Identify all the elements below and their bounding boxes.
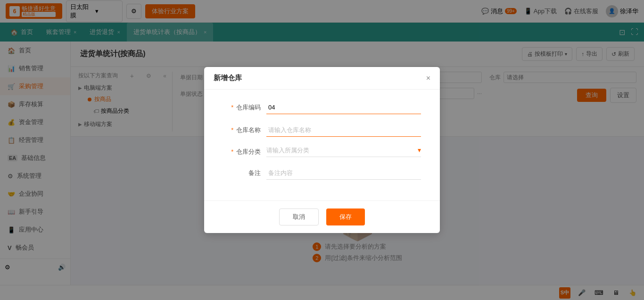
code-label: * 仓库编码 (223, 103, 261, 112)
category-arrow-icon: ▾ (418, 146, 421, 154)
code-input[interactable] (266, 101, 421, 114)
category-select-wrapper: ▾ (266, 146, 421, 157)
category-required-mark: * (231, 148, 233, 155)
modal-footer: 取消 保存 (204, 200, 440, 233)
category-label: * 仓库分类 (223, 148, 261, 156)
modal-close-button[interactable]: × (426, 74, 430, 83)
save-button[interactable]: 保存 (326, 208, 365, 225)
code-label-text: 仓库编码 (236, 104, 261, 111)
name-label-text: 仓库名称 (236, 126, 261, 133)
remark-label: 备注 (223, 169, 261, 177)
form-row-code: * 仓库编码 (223, 101, 421, 114)
name-input[interactable] (266, 124, 421, 137)
form-row-category: * 仓库分类 ▾ (223, 146, 421, 157)
modal-body: * 仓库编码 * 仓库名称 * 仓库分类 (204, 90, 440, 200)
remark-label-text: 备注 (248, 169, 261, 176)
remark-input[interactable] (266, 167, 421, 180)
name-required-mark: * (231, 126, 233, 133)
modal-dialog: 新增仓库 × * 仓库编码 * 仓库名称 (204, 67, 440, 233)
category-label-text: 仓库分类 (236, 148, 261, 155)
modal-header: 新增仓库 × (204, 67, 440, 90)
name-label: * 仓库名称 (223, 126, 261, 134)
cancel-button[interactable]: 取消 (279, 208, 319, 225)
category-select-input[interactable] (266, 147, 418, 154)
modal-title: 新增仓库 (214, 74, 242, 83)
modal-overlay[interactable]: 新增仓库 × * 仓库编码 * 仓库名称 (0, 0, 644, 300)
code-required-mark: * (231, 104, 233, 111)
form-row-remark: 备注 (223, 167, 421, 180)
form-row-name: * 仓库名称 (223, 124, 421, 137)
